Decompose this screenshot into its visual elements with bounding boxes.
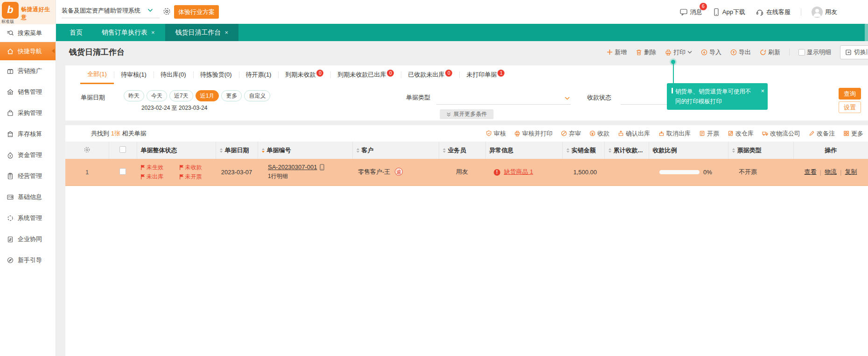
doc-type-select[interactable]	[436, 93, 571, 105]
close-icon[interactable]: ×	[151, 24, 155, 41]
expand-more-conditions[interactable]: 展开更多条件	[440, 109, 494, 119]
add-button[interactable]: 新增	[607, 48, 627, 57]
messages-button[interactable]: 消息 6	[679, 8, 702, 16]
tab-sales-order-report[interactable]: 销售订单执行表 ×	[91, 24, 165, 41]
query-button[interactable]: 查询	[839, 88, 861, 100]
sort-icon[interactable]	[567, 148, 569, 153]
invoice-button[interactable]: 开票	[699, 129, 719, 138]
sidebar-item-base-info[interactable]: 基础信息	[0, 186, 56, 207]
batch-action-buttons: 审核 审核并打印 弃审 收款	[486, 129, 863, 138]
col-header-received[interactable]: 累计收款...	[604, 142, 649, 159]
filter-tab-overdue-unpaid[interactable]: 到期未收款0	[278, 65, 330, 84]
audit-button[interactable]: 审核	[486, 129, 506, 138]
sidebar-item-guide[interactable]: 新手引导	[0, 249, 56, 271]
change-logistics-button[interactable]: 改物流公司	[762, 129, 800, 138]
sidebar-item-system[interactable]: 系统管理	[0, 207, 56, 228]
payment-status-label: 收款状态	[587, 93, 611, 102]
sidebar-item-marketing[interactable]: 营销推广	[0, 60, 56, 81]
col-header-payment-ratio[interactable]: 收款比例	[649, 142, 728, 159]
row-checkbox[interactable]	[109, 159, 137, 185]
unaudit-button[interactable]: 弃审	[561, 129, 581, 138]
system-select[interactable]: 装备及固定资产辅助管理系统	[62, 7, 160, 18]
sidebar-item-funds[interactable]: 资金管理	[0, 144, 56, 165]
chevron-down-icon[interactable]	[687, 50, 692, 54]
pill-custom[interactable]: 自定义	[244, 90, 270, 101]
table-row[interactable]: 1 未生效 未收款 未出库 未开票 2023-03-07	[65, 159, 868, 185]
sidebar-item-inventory[interactable]: 库存核算	[0, 123, 56, 144]
filter-tab-paid-unshipped[interactable]: 已收款未出库0	[401, 65, 459, 84]
switch-old-version-button[interactable]: 切换旧版	[840, 45, 868, 59]
export-button[interactable]: 导出	[730, 48, 751, 57]
column-settings-gear[interactable]	[65, 142, 109, 159]
audit-print-button[interactable]: 审核并打印	[514, 129, 553, 138]
copy-link[interactable]: 复制	[845, 168, 857, 176]
filter-tab-pending-outbound[interactable]: 待出库(0)	[154, 65, 193, 84]
sidebar-item-sales[interactable]: 销售管理	[0, 81, 56, 102]
settings-button[interactable]: 设置	[839, 101, 861, 113]
trial-solution-button[interactable]: 体验行业方案	[174, 5, 219, 19]
app-download-button[interactable]: App下载	[713, 8, 745, 16]
col-header-customer[interactable]: 客户	[352, 142, 439, 159]
sort-icon[interactable]	[443, 148, 446, 153]
sidebar-item-collaboration[interactable]: 企业协同	[0, 228, 56, 249]
receive-payment-button[interactable]: 收款	[589, 129, 609, 138]
change-remark-button[interactable]: 改备注	[809, 129, 835, 138]
tab-home[interactable]: 首页	[61, 24, 91, 41]
sort-icon[interactable]	[732, 148, 735, 153]
logistics-link[interactable]: 物流	[825, 168, 837, 176]
filter-tab-all[interactable]: 全部(1)	[80, 65, 114, 84]
doc-no-link[interactable]: SA-20230307-001	[268, 164, 317, 171]
switch-icon	[845, 49, 852, 56]
pill-last7days[interactable]: 近7天	[169, 90, 193, 101]
row-index: 1	[65, 159, 109, 185]
sidebar-item-search-menu[interactable]: 搜索菜单	[0, 24, 56, 42]
filter-tab-overdue-unpaid-shipped[interactable]: 到期未收款已出库0	[330, 65, 401, 84]
col-header-date[interactable]: 单据日期	[216, 142, 258, 159]
pill-more[interactable]: 更多	[221, 90, 242, 101]
sort-icon[interactable]	[357, 148, 359, 153]
col-header-status[interactable]: 单据整体状态	[137, 142, 216, 159]
show-detail-toggle[interactable]: 显示明细	[798, 48, 831, 57]
filter-tab-unprinted[interactable]: 未打印单据1	[459, 65, 511, 84]
tab-scroll-indicator[interactable]	[865, 24, 868, 41]
filter-tab-pending-invoice[interactable]: 待开票(1)	[239, 65, 279, 84]
col-header-amount[interactable]: 实销金额	[562, 142, 604, 159]
import-button[interactable]: 导入	[701, 48, 721, 57]
sort-icon[interactable]	[220, 148, 223, 153]
online-service-button[interactable]: 在线客服	[756, 8, 791, 16]
close-icon[interactable]: ×	[225, 24, 229, 41]
print-button[interactable]: 打印	[665, 48, 692, 57]
sidebar-item-operations[interactable]: 经营管理	[0, 165, 56, 186]
confirm-outbound-button[interactable]: 确认出库	[618, 129, 650, 138]
chevron-down-icon[interactable]	[147, 8, 153, 12]
filter-tab-pending-audit[interactable]: 待审核(1)	[114, 65, 154, 84]
tab-daily-clearing-workbench[interactable]: 钱货日清工作台 ×	[165, 24, 239, 41]
pill-last1month[interactable]: 近1月	[196, 90, 219, 101]
pill-yesterday[interactable]: 昨天	[124, 90, 144, 101]
change-warehouse-button[interactable]: 改仓库	[728, 129, 754, 138]
show-detail-checkbox[interactable]	[798, 49, 805, 56]
close-icon[interactable]: ×	[761, 86, 764, 96]
col-header-doc-no[interactable]: 单据编号	[258, 142, 352, 159]
sidebar-item-quick-nav[interactable]: 快捷导航	[0, 42, 56, 60]
user-menu[interactable]: 用友	[812, 7, 837, 18]
delete-button[interactable]: 删除	[636, 48, 656, 57]
shortage-link[interactable]: 缺货商品 1	[504, 168, 533, 175]
col-header-salesman[interactable]: 业务员	[439, 142, 485, 159]
col-label: 累计收款...	[614, 147, 643, 154]
filter-tab-pending-picking[interactable]: 待拣验货(0)	[193, 65, 239, 84]
cancel-outbound-button[interactable]: 取消出库	[658, 129, 691, 138]
refresh-button[interactable]: 刷新	[760, 48, 780, 57]
sidebar-item-label: 企业协同	[18, 235, 42, 243]
col-header-invoice-type[interactable]: 票据类型	[728, 142, 793, 159]
col-header-exception[interactable]: 异常信息	[485, 142, 562, 159]
select-all-checkbox[interactable]	[109, 142, 137, 159]
collapse-arrow-icon[interactable]	[52, 49, 55, 53]
pill-today[interactable]: 今天	[147, 90, 167, 101]
gear-icon[interactable]	[162, 7, 171, 16]
sort-icon[interactable]	[262, 148, 265, 153]
more-button[interactable]: 更多	[843, 129, 863, 138]
sidebar-item-purchase[interactable]: 采购管理	[0, 102, 56, 123]
sort-icon[interactable]	[609, 148, 611, 153]
view-link[interactable]: 查看	[805, 168, 817, 176]
